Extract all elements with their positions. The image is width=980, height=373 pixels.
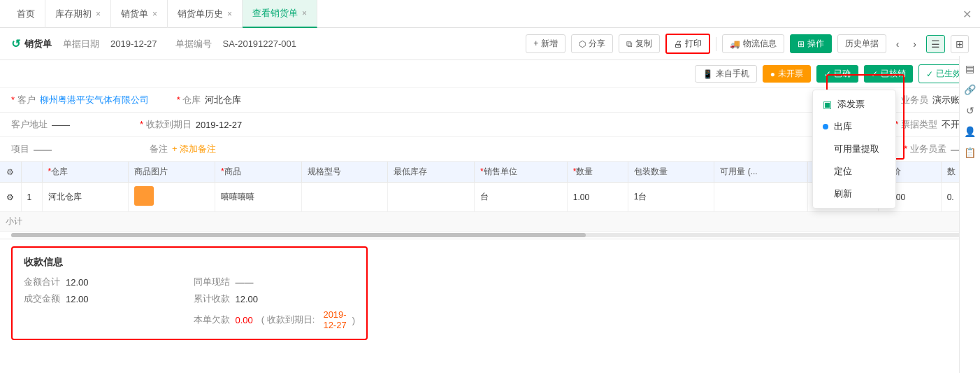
- payment-col-left: 金额合计 12.00 成交金额 12.00: [24, 276, 180, 330]
- grid-view-button[interactable]: ⊞: [951, 35, 969, 53]
- right-btn-3[interactable]: ↺: [960, 101, 980, 120]
- copy-button[interactable]: ⧉ 复制: [619, 34, 660, 53]
- col-gear: ⚙: [0, 162, 21, 183]
- new-button[interactable]: + 新增: [526, 34, 565, 53]
- print-icon: 🖨: [674, 39, 682, 49]
- tab-close-view-sales[interactable]: ×: [302, 8, 307, 18]
- transaction-label: 成交金额: [24, 293, 60, 305]
- verified-icon: ✓: [871, 69, 878, 79]
- row-available: [714, 183, 808, 212]
- col-sales-unit: *销售单位: [475, 162, 568, 183]
- check-icon: ✓: [824, 69, 831, 79]
- share-button[interactable]: ⬡ 分享: [571, 34, 613, 53]
- out-warehouse-item[interactable]: 出库: [813, 115, 895, 138]
- staff-label: 业务员: [901, 94, 928, 106]
- due-date-value: 2019-12-27: [196, 120, 243, 130]
- row-gear[interactable]: ⚙: [0, 183, 21, 212]
- ticket-type-label: 票据类型: [895, 118, 937, 131]
- payment-title: 收款信息: [24, 256, 355, 269]
- locate-item[interactable]: 定位: [813, 160, 895, 183]
- not-open-button[interactable]: ● 未开票: [763, 65, 811, 83]
- same-order-row: 同单现结 ——: [194, 276, 355, 288]
- tab-close-inventory-init[interactable]: ×: [96, 9, 101, 19]
- ticket-type-field: 票据类型 不开票: [895, 118, 969, 131]
- total-value: 12.00: [66, 277, 89, 288]
- right-toolbar: ▤ 🔗 ↺ 👤 📋 ⤢: [959, 56, 980, 373]
- accumulated-label: 累计收款: [194, 293, 230, 305]
- project-value: ——: [34, 144, 52, 155]
- tab-close-sales-history[interactable]: ×: [227, 9, 232, 19]
- tab-close-sales-order[interactable]: ×: [152, 9, 157, 19]
- row-spec: [301, 183, 388, 212]
- total-row: 金额合计 12.00: [24, 276, 180, 288]
- customer-value[interactable]: 柳州粤港平安气体有限公司: [40, 94, 149, 106]
- transaction-value: 12.00: [66, 294, 89, 304]
- doc-date-value: 2019-12-27: [110, 38, 157, 49]
- print-button[interactable]: 🖨 打印: [665, 34, 710, 54]
- verified-button[interactable]: ✓ 已核销: [864, 65, 913, 83]
- right-btn-4[interactable]: 👤: [960, 122, 980, 141]
- doc-title: ↺ 销货单: [11, 37, 52, 50]
- col-warehouse: *仓库: [42, 162, 129, 183]
- col-available: 可用量 (...: [714, 162, 808, 183]
- tab-view-sales[interactable]: 查看销货单 ×: [243, 0, 317, 28]
- same-order-label: 同单现结: [194, 276, 230, 288]
- total-label: 金额合计: [24, 276, 60, 288]
- col-min-stock: 最低库存: [388, 162, 475, 183]
- operation-dropdown: ▣ 添发票 出库 可用量提取 定位 刷新: [812, 90, 896, 209]
- address-value: ——: [52, 120, 70, 130]
- payment-col-right: 同单现结 —— 累计收款 12.00 本单欠款 0.00 ( 收款到期日: 20…: [194, 276, 355, 330]
- warehouse-label: 仓库: [177, 94, 201, 106]
- salesperson-label: 业务员孟: [904, 143, 946, 155]
- doc-date-label: 单据日期: [63, 38, 99, 50]
- tab-bar: 首页 库存期初 × 销货单 × 销货单历史 × 查看销货单 × ✕: [0, 0, 980, 28]
- logistics-button[interactable]: 🚚 物流信息: [722, 34, 784, 53]
- row-qty: 1.00: [567, 183, 628, 212]
- arrears-value: 0.00: [236, 315, 253, 325]
- logistics-icon: 🚚: [730, 39, 740, 49]
- project-field: 项目 ——: [11, 143, 52, 155]
- effective-icon: ✓: [926, 69, 933, 79]
- operation-button[interactable]: ⊞ 操作: [790, 34, 832, 53]
- from-mobile-button[interactable]: 📱 来自手机: [695, 65, 757, 83]
- tab-sales-history[interactable]: 销货单历史 ×: [168, 0, 243, 28]
- main-content: ↺ 销货单 单据日期 2019-12-27 单据编号 SA-20191227-0…: [0, 28, 980, 373]
- refresh-item[interactable]: 刷新: [813, 183, 895, 205]
- confirm-button[interactable]: ✓ 已确: [816, 65, 858, 83]
- subtotal-row: 小计: [0, 212, 980, 232]
- table-scrollbar-thumb: [11, 233, 586, 237]
- add-note-button[interactable]: + 添加备注: [172, 143, 216, 155]
- table-scrollbar[interactable]: [11, 233, 969, 237]
- add-invoice-item[interactable]: ▣ 添发票: [813, 93, 895, 115]
- address-field: 客户地址 ——: [11, 118, 70, 131]
- share-icon: ⬡: [579, 39, 586, 49]
- row-min-stock: [388, 183, 475, 212]
- col-pack-qty: 包装数量: [628, 162, 714, 183]
- doc-actions: + 新增 ⬡ 分享 ⧉ 复制 🖨 打印 🚚 物流信息: [526, 34, 969, 54]
- out-warehouse-dot: [823, 124, 828, 129]
- arrears-close: ): [352, 315, 355, 325]
- add-invoice-icon: ▣: [823, 99, 832, 110]
- sub-toolbar: 📱 来自手机 ● 未开票 ✓ 已确 ✓ 已核销 ✓ 已生效: [0, 60, 980, 88]
- nav-next-button[interactable]: ›: [909, 36, 921, 52]
- tab-home[interactable]: 首页: [7, 0, 45, 28]
- arrears-row: 本单欠款 0.00 ( 收款到期日: 2019-12-27 ): [194, 309, 355, 330]
- customer-field: 客户 柳州粤港平安气体有限公司: [11, 94, 149, 106]
- list-view-button[interactable]: ☰: [926, 35, 945, 53]
- doc-header: ↺ 销货单 单据日期 2019-12-27 单据编号 SA-20191227-0…: [0, 28, 980, 60]
- right-btn-1[interactable]: ▤: [960, 59, 980, 78]
- available-qty-item[interactable]: 可用量提取: [813, 138, 895, 160]
- payment-section: 收款信息 金额合计 12.00 成交金额 12.00 同单现结 ——: [11, 246, 368, 340]
- col-qty: *数量: [567, 162, 628, 183]
- right-btn-2[interactable]: 🔗: [960, 80, 980, 99]
- tab-sales-order[interactable]: 销货单 ×: [111, 0, 168, 28]
- warehouse-value: 河北仓库: [205, 94, 241, 106]
- right-btn-5[interactable]: 📋: [960, 143, 980, 162]
- col-no: [21, 162, 42, 183]
- nav-prev-button[interactable]: ‹: [892, 36, 904, 52]
- tab-inventory-init[interactable]: 库存期初 ×: [45, 0, 111, 28]
- window-close-button[interactable]: ✕: [963, 7, 972, 20]
- history-button[interactable]: 历史单据: [837, 34, 886, 53]
- add-note-icon: +: [172, 143, 178, 154]
- due-date-label: 收款到期日: [140, 118, 192, 131]
